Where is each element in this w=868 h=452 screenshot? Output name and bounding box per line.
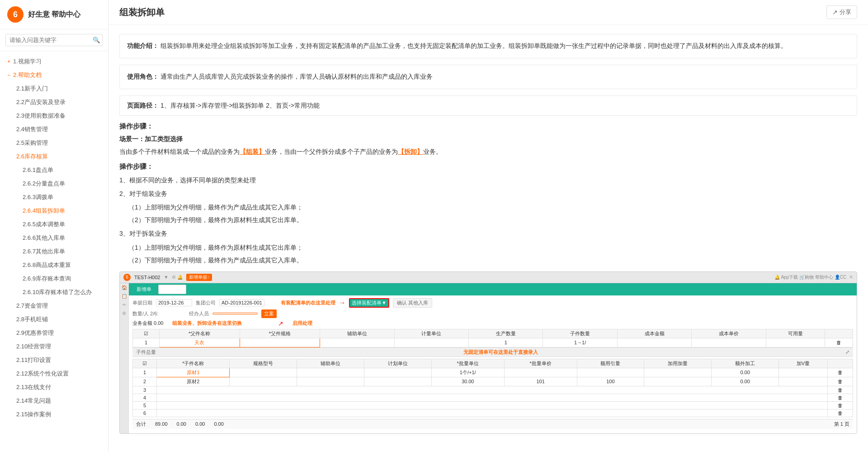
sidebar-item-22[interactable]: 2.2产品安装及登录 [0,95,108,109]
step3: 3、对于拆装业务 [119,228,857,239]
sidebar-item-213[interactable]: 2.13在线支付 [0,381,108,394]
mock-bth-extra: 额外加工 [712,359,779,368]
mock-btd-op3: 🗑 [827,386,853,394]
sidebar-item-21[interactable]: 2.1新手入门 [0,82,108,95]
mock-btd-num2: 2 [133,377,157,386]
role-label: 使用角色： [127,73,159,80]
function-intro-label: 功能介绍： [127,42,159,49]
table-row: 5 🗑 [133,401,853,409]
mock-date-label: 单据日期 [132,300,152,306]
sidebar-item-263[interactable]: 2.6.3调拨单 [0,190,108,204]
sidebar-item-210[interactable]: 2.10经营管理 [0,340,108,353]
mock-th-prod-qty: 生产数量 [469,329,543,338]
sidebar-item-211[interactable]: 2.11打印设置 [0,353,108,367]
mock-icon-sidebar: 🏠 📋 ✏ ⚙ [120,283,129,433]
mock-annotation4: 启用处理 [292,320,312,327]
mock-btd-b2: 30.00 [431,377,504,386]
sidebar-item-23[interactable]: 2.3使用前数据准备 [0,109,108,123]
search-box: 🔍 [5,34,103,46]
content-area: 功能介绍： 组装拆卸单用来处理企业组装或拆卸等加工业务，支持有固定装配清单的产品… [108,25,868,452]
mock-do-btn[interactable]: 立案 [261,309,277,318]
mock-qty-label: 数量/人 2/6: [132,310,158,317]
mock-confirm-btn[interactable]: 确认 其他入库 [393,298,432,308]
mock-footer-totals: 合计 89.00 0.00 0.00 0.00 第 1 页 [132,419,853,429]
sidebar-item-215[interactable]: 2.15操作案例 [0,408,108,421]
mock-th-unit-cost: 成本单价 [692,329,766,338]
mock-btd-num6: 6 [133,409,157,417]
mock-btd-bp1 [504,368,577,377]
mock-form-row2: 数量/人 2/6: 经办人员 立案 [132,309,853,318]
table-row: 4 🗑 [133,394,853,401]
sidebar-item-264[interactable]: 2.6.4组装拆卸单 [0,204,108,218]
mock-th-avail: 可用量 [766,329,825,338]
mock-bth-plan-unit: 计划单位 [364,359,431,368]
sidebar-item-25[interactable]: 2.5采购管理 [0,136,108,150]
mock-btd-ac1 [644,368,712,377]
mock-dropdown-icon: ▼ [164,275,168,280]
mock-btd-s2 [230,377,297,386]
mock-td-avail [766,338,825,347]
mock-btd-name2: 原材2 [157,377,230,386]
sidebar-item-2610[interactable]: 2.6.10库存账本错了怎么办 [0,285,108,299]
mock-td-num: 1 [133,338,160,347]
mock-new-order-btn[interactable]: 新增单据↑ [186,274,212,281]
mock-body: 单据日期 2019-12-26 集团公司 AD-20191226-001 有装配… [129,295,857,433]
mock-td-aux [320,338,394,347]
mock-tab-new[interactable]: 新增单 [132,285,156,294]
mock-org-input[interactable]: AD-20191226-001 [219,299,264,306]
sidebar-item-267[interactable]: 2.6.7其他出库单 [0,245,108,258]
sidebar-item-24[interactable]: 2.4销售管理 [0,123,108,136]
mock-expand-icon: ⤢ [845,349,849,355]
search-input[interactable] [6,34,89,46]
mock-btd-empty3 [157,386,827,394]
scenario1-label: 场景一：加工类型选择 [119,135,857,143]
mock-th-parent-spec: *父件规格 [240,329,320,338]
sidebar-item-26[interactable]: 2.6库存核算 [0,150,108,163]
mock-date-input[interactable]: 2019-12-26 [156,299,192,306]
share-button[interactable]: ↗ 分享 [826,5,857,19]
mock-total-3: 0.00 [195,421,205,427]
mock-btd-a1 [297,368,364,377]
sidebar-item-262[interactable]: 2.6.2分量盘点单 [0,177,108,190]
search-button[interactable]: 🔍 [89,34,103,46]
mock-bth-batch-price: *批量单价 [504,359,577,368]
mock-bth-sub-name: *子件名称 [157,359,230,368]
mock-person-input[interactable] [212,313,258,314]
sidebar-item-27[interactable]: 2.7资金管理 [0,299,108,313]
sidebar-item-docs[interactable]: − 2.帮助文档 [0,68,108,82]
mock-bth-ops [827,359,853,368]
mock-content: 新增单 单据列表 单据日期 2019-12-26 集团公司 AD-2019122… [129,283,857,433]
sidebar-item-269[interactable]: 2.6.9库存账本查询 [0,272,108,285]
mock-sub-total-label: 子件总量 [136,349,156,356]
mock-th-parent-name: *父件名称 [159,329,240,338]
sidebar-item-261[interactable]: 2.6.1盘点单 [0,163,108,177]
mock-btd-num3: 3 [133,386,157,394]
sidebar-item-video[interactable]: + 1.视频学习 [0,55,108,68]
mock-tab-list[interactable]: 单据列表 [158,285,186,294]
path-text: 1、库存核算->库存管理->组装拆卸单 2、首页->常用功能 [160,102,320,109]
role-text: 通常由生产人员或库管人员完成拆装业务的操作，库管人员确认原材料的出库和产成品的入… [160,73,433,80]
mock-edit-icon: ✏ [123,302,126,307]
sidebar-item-label: 1.视频学习 [13,57,42,66]
sidebar-item-265[interactable]: 2.6.5成本调整单 [0,218,108,231]
mock-main-layout: 🏠 📋 ✏ ⚙ 新增单 单据列表 单据日期 2019 [120,283,857,433]
mock-select-bom-btn[interactable]: 选择装配清单▼ [349,298,389,308]
mock-td-measure [394,338,468,347]
mock-btd-op4: 🗑 [827,394,853,401]
mock-annotation1: 有装配清单的在这里处理 [281,300,335,306]
ops-steps2-label: 操作步骤： [119,162,857,171]
sidebar-item-28[interactable]: 2.8手机旺铺 [0,313,108,326]
logo-text: 好生意 帮助中心 [28,10,80,19]
logo-icon: 6 [7,6,24,23]
mock-th-ops [825,329,853,338]
sidebar-item-212[interactable]: 2.12系统个性化设置 [0,367,108,381]
sidebar-item-268[interactable]: 2.6.8商品成本重算 [0,258,108,272]
sidebar-item-266[interactable]: 2.6.6其他入库单 [0,231,108,245]
mock-btd-al1 [577,368,644,377]
mock-btd-v2 [779,377,828,386]
mock-bth-aux: 辅助单位 [297,359,364,368]
sidebar-item-214[interactable]: 2.14常见问题 [0,394,108,408]
mock-settings-icon: ⚙ [122,311,126,316]
sidebar-item-29[interactable]: 2.9优惠券管理 [0,326,108,340]
mock-btd-num: 1 [133,368,157,377]
